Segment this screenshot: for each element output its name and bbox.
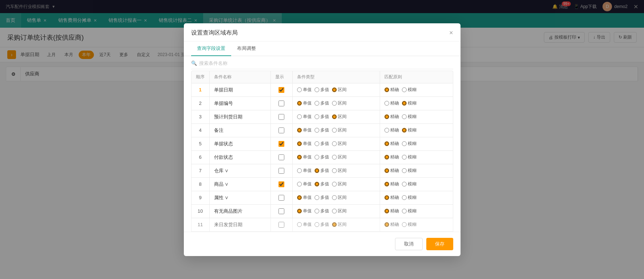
table-row: 7 仓库 ∨ 单值 多值 区间 精确 模糊 xyxy=(191,164,453,178)
radio-multi-3[interactable]: 多值 xyxy=(315,114,329,120)
radio-single-4[interactable]: 单值 xyxy=(297,127,312,133)
dialog-tab-query-fields[interactable]: 查询字段设置 xyxy=(191,42,231,56)
radio-fuzzy-7[interactable]: 模糊 xyxy=(402,168,416,174)
radio-single-2[interactable]: 单值 xyxy=(297,100,312,106)
radio-fuzzy-6[interactable]: 模糊 xyxy=(402,154,416,160)
radio-range-8[interactable]: 区间 xyxy=(332,181,347,187)
checkbox-show-3[interactable] xyxy=(278,114,284,120)
radio-multi-11[interactable]: 多值 xyxy=(315,221,329,228)
radio-exact-6[interactable]: 精确 xyxy=(384,154,399,160)
radio-group-match-7: 精确 模糊 xyxy=(384,168,416,174)
search-input-wrap: 🔍 xyxy=(191,60,453,69)
order-num-2: 2 xyxy=(199,101,201,106)
checkbox-show-6[interactable] xyxy=(278,154,284,160)
radio-fuzzy-9[interactable]: 模糊 xyxy=(402,194,416,201)
cell-type-1: 单值 多值 区间 xyxy=(293,83,380,97)
checkbox-show-1[interactable] xyxy=(278,87,284,93)
cancel-button[interactable]: 取消 xyxy=(395,238,423,250)
cell-show-4[interactable] xyxy=(271,124,293,137)
cell-show-8[interactable] xyxy=(271,178,293,191)
checkbox-show-4[interactable] xyxy=(278,127,284,133)
radio-multi-5[interactable]: 多值 xyxy=(315,141,329,147)
radio-range-5[interactable]: 区间 xyxy=(332,141,347,147)
radio-fuzzy-5[interactable]: 模糊 xyxy=(402,141,416,147)
cell-name-8: 商品 ∨ xyxy=(210,178,271,191)
radio-exact-8[interactable]: 精确 xyxy=(384,181,399,187)
radio-exact-5[interactable]: 精确 xyxy=(384,141,399,147)
radio-fuzzy-1[interactable]: 模糊 xyxy=(402,87,416,93)
radio-exact-2[interactable]: 精确 xyxy=(384,100,399,106)
radio-single-9[interactable]: 单值 xyxy=(297,194,312,201)
radio-exact-3[interactable]: 精确 xyxy=(384,114,399,120)
radio-single-7[interactable]: 单值 xyxy=(297,168,312,174)
th-match: 匹配原则 xyxy=(380,71,453,83)
radio-multi-8[interactable]: 多值 xyxy=(315,181,329,187)
dialog-tab-layout[interactable]: 布局调整 xyxy=(231,42,262,56)
cell-show-3[interactable] xyxy=(271,110,293,123)
radio-group-type-9: 单值 多值 区间 xyxy=(297,194,347,201)
cell-type-4: 单值 多值 区间 xyxy=(293,124,380,137)
radio-fuzzy-8[interactable]: 模糊 xyxy=(402,181,416,187)
checkbox-show-8[interactable] xyxy=(278,181,284,187)
radio-multi-1[interactable]: 多值 xyxy=(315,87,329,93)
checkbox-show-7[interactable] xyxy=(278,168,284,174)
dialog-table: 顺序 条件名称 显示 条件类型 匹配原则 1 单据日期 单值 多值 xyxy=(191,71,453,232)
radio-range-4[interactable]: 区间 xyxy=(332,127,347,133)
cell-show-10[interactable] xyxy=(271,205,293,218)
radio-exact-10[interactable]: 精确 xyxy=(384,208,399,214)
radio-group-type-3: 单值 多值 区间 xyxy=(297,114,347,120)
radio-fuzzy-2[interactable]: 模糊 xyxy=(402,100,416,106)
radio-multi-6[interactable]: 多值 xyxy=(315,154,329,160)
radio-range-1[interactable]: 区间 xyxy=(332,87,347,93)
radio-fuzzy-3[interactable]: 模糊 xyxy=(402,114,416,120)
radio-range-7[interactable]: 区间 xyxy=(332,168,347,174)
radio-fuzzy-10[interactable]: 模糊 xyxy=(402,208,416,214)
radio-multi-9[interactable]: 多值 xyxy=(315,194,329,201)
radio-fuzzy-4[interactable]: 模糊 xyxy=(402,127,416,133)
radio-single-3[interactable]: 单值 xyxy=(297,114,312,120)
radio-exact-9[interactable]: 精确 xyxy=(384,194,399,201)
radio-single-5[interactable]: 单值 xyxy=(297,141,312,147)
radio-exact-4[interactable]: 精确 xyxy=(384,127,399,133)
radio-single-6[interactable]: 单值 xyxy=(297,154,312,160)
cell-order-2: 2 xyxy=(191,97,210,110)
checkbox-show-9[interactable] xyxy=(278,195,284,201)
radio-range-11[interactable]: 区间 xyxy=(332,221,347,228)
radio-single-11[interactable]: 单值 xyxy=(297,221,312,228)
search-input[interactable] xyxy=(199,60,453,66)
radio-range-3[interactable]: 区间 xyxy=(332,114,347,120)
radio-range-2[interactable]: 区间 xyxy=(332,100,347,106)
radio-range-10[interactable]: 区间 xyxy=(332,208,347,214)
cell-show-9[interactable] xyxy=(271,191,293,204)
cell-show-1[interactable] xyxy=(271,83,293,97)
checkbox-show-2[interactable] xyxy=(278,101,284,106)
table-row: 10 有无商品图片 单值 多值 区间 精确 模糊 xyxy=(191,205,453,218)
radio-exact-1[interactable]: 精确 xyxy=(384,87,399,93)
radio-multi-2[interactable]: 多值 xyxy=(315,100,329,106)
radio-range-9[interactable]: 区间 xyxy=(332,194,347,201)
cell-name-6: 付款状态 xyxy=(210,151,271,164)
radio-single-8[interactable]: 单值 xyxy=(297,181,312,187)
radio-multi-10[interactable]: 多值 xyxy=(315,208,329,214)
table-row: 9 属性 ∨ 单值 多值 区间 精确 模糊 xyxy=(191,191,453,205)
radio-exact-11[interactable]: 精确 xyxy=(384,221,399,228)
cell-name-10: 有无商品图片 xyxy=(210,205,271,218)
checkbox-show-5[interactable] xyxy=(278,141,284,147)
checkbox-show-10[interactable] xyxy=(278,208,284,214)
save-button[interactable]: 保存 xyxy=(426,238,453,250)
radio-multi-4[interactable]: 多值 xyxy=(315,127,329,133)
cell-show-11[interactable] xyxy=(271,218,293,231)
cell-show-5[interactable] xyxy=(271,137,293,150)
radio-fuzzy-11[interactable]: 模糊 xyxy=(402,221,416,228)
cell-show-7[interactable] xyxy=(271,164,293,177)
radio-exact-7[interactable]: 精确 xyxy=(384,168,399,174)
radio-range-6[interactable]: 区间 xyxy=(332,154,347,160)
radio-single-1[interactable]: 单值 xyxy=(297,87,312,93)
cell-show-6[interactable] xyxy=(271,151,293,164)
radio-multi-7[interactable]: 多值 xyxy=(315,168,329,174)
cell-show-2[interactable] xyxy=(271,97,293,110)
radio-single-10[interactable]: 单值 xyxy=(297,208,312,214)
dialog-close-button[interactable]: × xyxy=(449,30,453,36)
checkbox-show-11[interactable] xyxy=(278,222,284,228)
radio-group-type-2: 单值 多值 区间 xyxy=(297,100,347,106)
